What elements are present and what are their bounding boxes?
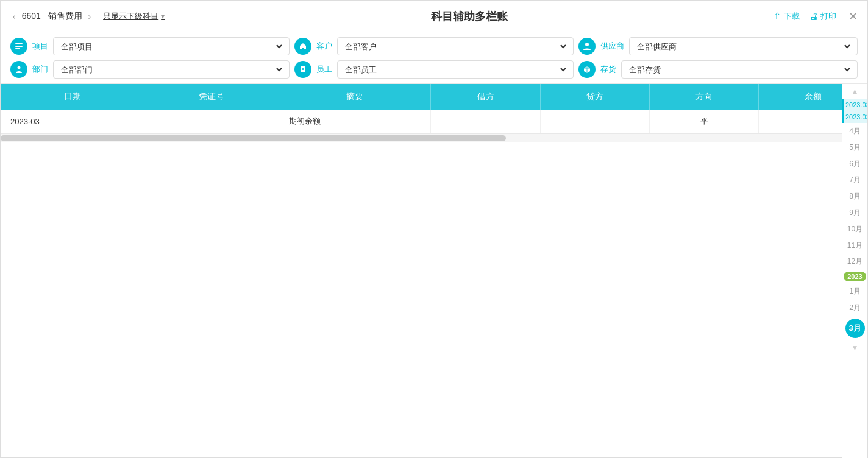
timeline-up-btn[interactable]: ▲ xyxy=(842,84,867,99)
scrollbar-thumb[interactable] xyxy=(1,135,506,141)
timeline-down-btn[interactable]: ▼ xyxy=(842,340,867,355)
project-select[interactable]: 全部项目 xyxy=(59,41,284,52)
employee-select[interactable]: 全部员工 xyxy=(343,65,568,75)
inventory-icon xyxy=(578,61,596,78)
table-area: 日期 凭证号 摘要 借方 贷方 方向 余额 2023-03 xyxy=(1,84,867,142)
filter-row-department: 部门 全部部门 xyxy=(10,60,290,79)
timeline-sidebar: ▲ 2023.03 2023.03 4月 5月 6月 7月 8月 9月 10月 … xyxy=(842,84,867,458)
timeline-item-10[interactable]: 10月 xyxy=(842,221,867,238)
horizontal-scrollbar[interactable] xyxy=(1,133,843,142)
department-label: 部门 xyxy=(32,64,48,75)
svg-point-3 xyxy=(585,43,589,46)
account-code: 6601 销售费用 xyxy=(22,11,82,22)
content-area: 日期 凭证号 摘要 借方 贷方 方向 余额 2023-03 xyxy=(1,84,867,142)
main-container: ‹ 6601 销售费用 › 只显示下级科目 科目辅助多栏账 ⇧ 下载 🖨 打印 … xyxy=(0,0,868,458)
supplier-select[interactable]: 全部供应商 xyxy=(635,41,852,52)
customer-select-wrapper[interactable]: 全部客户 xyxy=(337,37,574,55)
cell-date: 2023-03 xyxy=(1,110,144,133)
prev-account-btn[interactable]: ‹ xyxy=(10,10,18,23)
table-header: 日期 凭证号 摘要 借方 贷方 方向 余额 xyxy=(1,84,867,110)
cell-direction: 平 xyxy=(649,110,758,133)
header-bar: ‹ 6601 销售费用 › 只显示下级科目 科目辅助多栏账 ⇧ 下载 🖨 打印 … xyxy=(1,1,867,32)
col-summary: 摘要 xyxy=(279,84,431,110)
cell-debit xyxy=(431,110,540,133)
supplier-select-wrapper[interactable]: 全部供应商 xyxy=(629,37,858,55)
employee-select-wrapper[interactable]: 全部员工 xyxy=(337,60,574,79)
department-icon xyxy=(10,61,27,78)
project-select-wrapper[interactable]: 全部项目 xyxy=(53,37,290,55)
timeline-item-7[interactable]: 7月 xyxy=(842,172,867,188)
filter-row-inventory: 存货 全部存货 xyxy=(578,60,858,79)
svg-rect-2 xyxy=(15,48,20,49)
svg-rect-0 xyxy=(15,43,23,44)
svg-rect-1 xyxy=(15,46,23,47)
timeline-item-8[interactable]: 8月 xyxy=(842,188,867,205)
timeline-item-9[interactable]: 9月 xyxy=(842,205,867,221)
cell-summary: 期初余额 xyxy=(279,110,431,133)
svg-rect-6 xyxy=(302,68,304,69)
timeline-item-2023-03-bottom[interactable]: 2023.03 xyxy=(842,111,867,123)
inventory-label: 存货 xyxy=(600,64,616,75)
timeline-item-6[interactable]: 6月 xyxy=(842,156,867,172)
department-select-wrapper[interactable]: 全部部门 xyxy=(53,60,290,79)
table-scroll-area[interactable]: 日期 凭证号 摘要 借方 贷方 方向 余额 2023-03 xyxy=(1,84,867,133)
col-debit: 借方 xyxy=(431,84,540,110)
svg-rect-7 xyxy=(302,69,304,70)
col-credit: 贷方 xyxy=(540,84,649,110)
timeline-item-12[interactable]: 12月 xyxy=(842,253,867,270)
filter-area: 项目 全部项目 客户 全部客户 xyxy=(1,32,867,84)
filter-row-project: 项目 全部项目 xyxy=(10,37,290,55)
customer-label: 客户 xyxy=(316,41,332,52)
inventory-select[interactable]: 全部存货 xyxy=(627,65,852,75)
supplier-label: 供应商 xyxy=(600,41,624,52)
timeline-item-2023-03-top[interactable]: 2023.03 xyxy=(842,99,867,111)
page-title: 科目辅助多栏账 xyxy=(165,9,774,24)
col-direction: 方向 xyxy=(649,84,758,110)
project-label: 项目 xyxy=(32,41,48,52)
cell-voucher xyxy=(144,110,279,133)
show-sub-btn[interactable]: 只显示下级科目 xyxy=(103,11,165,22)
col-voucher: 凭证号 xyxy=(144,84,279,110)
print-btn[interactable]: 🖨 打印 xyxy=(809,11,836,22)
employee-icon xyxy=(294,61,311,78)
filter-row-employee: 员工 全部员工 xyxy=(294,60,574,79)
data-table: 日期 凭证号 摘要 借方 贷方 方向 余额 2023-03 xyxy=(1,84,867,133)
close-btn[interactable]: ✕ xyxy=(848,10,858,23)
filter-row-supplier: 供应商 全部供应商 xyxy=(578,37,858,55)
filter-row-customer: 客户 全部客户 xyxy=(294,37,574,55)
project-icon xyxy=(10,38,27,55)
timeline-item-3-active[interactable]: 3月 xyxy=(845,319,865,338)
customer-select[interactable]: 全部客户 xyxy=(343,41,568,52)
department-select[interactable]: 全部部门 xyxy=(59,65,284,75)
download-btn[interactable]: ⇧ 下载 xyxy=(774,11,800,22)
download-icon: ⇧ xyxy=(774,11,781,22)
next-account-btn[interactable]: › xyxy=(86,10,94,23)
timeline-item-11[interactable]: 11月 xyxy=(842,238,867,254)
employee-label: 员工 xyxy=(316,64,332,75)
toolbar-actions: ⇧ 下载 🖨 打印 xyxy=(774,11,836,22)
col-date: 日期 xyxy=(1,84,144,110)
timeline-item-5[interactable]: 5月 xyxy=(842,139,867,156)
timeline-year-2023[interactable]: 2023 xyxy=(844,272,866,281)
inventory-select-wrapper[interactable]: 全部存货 xyxy=(621,60,858,79)
timeline-item-4[interactable]: 4月 xyxy=(842,123,867,139)
supplier-icon xyxy=(578,38,596,55)
table-body: 2023-03 期初余额 平 xyxy=(1,110,867,133)
svg-point-4 xyxy=(18,66,21,69)
timeline-item-1[interactable]: 1月 xyxy=(842,283,867,300)
timeline-item-2[interactable]: 2月 xyxy=(842,300,867,316)
customer-icon xyxy=(294,38,311,55)
table-row: 2023-03 期初余额 平 xyxy=(1,110,867,133)
cell-credit xyxy=(540,110,649,133)
print-icon: 🖨 xyxy=(809,12,818,21)
